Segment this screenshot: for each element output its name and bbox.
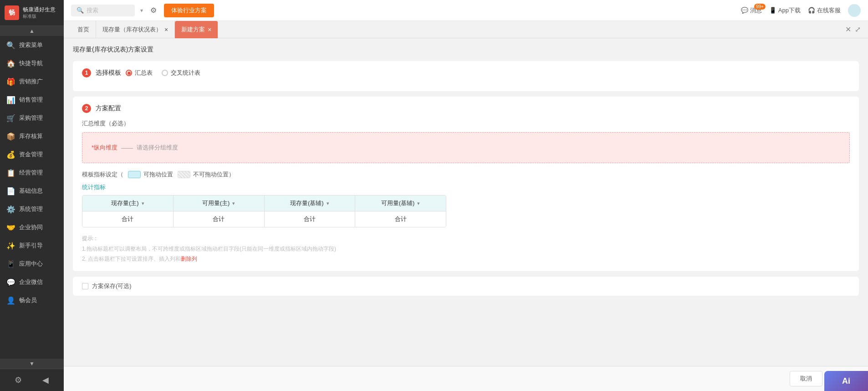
tabbar: 首页 现存量（库存状况表） × 新建方案 × ✕ ⤢: [64, 21, 868, 38]
stats-col-body-0: 合计: [82, 211, 174, 227]
topbar-search[interactable]: 🔍 搜索: [71, 5, 135, 16]
sidebar-item-system[interactable]: ⚙️ 系统管理: [0, 200, 64, 218]
stats-col-header-3[interactable]: 可用量(基辅)▾: [355, 196, 446, 211]
purchase-icon: 🛒: [6, 113, 15, 123]
logo-subtitle: 标准版: [23, 13, 56, 20]
tips-section: 提示： 1.拖动标题栏可以调整布局，不可跨维度或指标区域拖动栏目字段(只能在同一…: [82, 235, 850, 264]
draggable-legend: 可拖动位置: [128, 170, 173, 179]
sidebar-item-enterprise[interactable]: 🤝 企业协同: [0, 218, 64, 237]
sidebar-item-purchase[interactable]: 🛒 采购管理: [0, 109, 64, 127]
col-chevron-3[interactable]: ▾: [417, 201, 420, 206]
stats-col-body-1: 合计: [174, 211, 265, 227]
app-download-label: App下载: [778, 6, 801, 15]
stats-table-header: 现存量(主)▾可用量(主)▾现存量(基辅)▾可用量(基辅)▾: [82, 196, 446, 211]
sidebar-scroll-down[interactable]: ▼: [0, 359, 64, 369]
marketing-label: 营销推广: [19, 77, 43, 86]
stats-col-header-0[interactable]: 现存量(主)▾: [82, 196, 174, 211]
topbar: 🔍 搜索 ▾ ⚙ 体验行业方案 💬 消息 99+ 📱 App下载 🎧 在线客服: [64, 0, 868, 21]
step2-title: 方案配置: [96, 104, 121, 113]
col-chevron-2[interactable]: ▾: [327, 201, 329, 206]
stats-col-header-2[interactable]: 现存量(基辅)▾: [265, 196, 356, 211]
wechat-label: 企业微信: [19, 278, 43, 286]
sidebar-logo: 畅 畅康通好生意 标准版: [0, 0, 64, 26]
user-avatar[interactable]: [848, 4, 861, 17]
app-icon: 📱: [769, 7, 776, 14]
col-sub-2: 合计: [304, 215, 316, 223]
save-plan-checkbox[interactable]: [82, 283, 88, 289]
tips-title: 提示：: [82, 235, 850, 242]
stats-label: 统计指标: [82, 183, 850, 191]
dimension-placeholder: 请选择分组维度: [137, 144, 178, 152]
operations-icon: 📋: [6, 168, 15, 177]
sidebar-item-sales[interactable]: 📊 销售管理: [0, 91, 64, 109]
basic-info-icon: 📄: [6, 186, 15, 196]
stats-col-header-1[interactable]: 可用量(主)▾: [174, 196, 265, 211]
save-plan-checkbox-row[interactable]: 方案保存(可选): [82, 282, 850, 290]
app-center-icon: 📱: [6, 259, 15, 268]
col-sub-3: 合计: [395, 215, 407, 223]
sidebar-item-inventory[interactable]: 📦 库存核算: [0, 127, 64, 145]
sidebar-item-quick-nav[interactable]: 🏠 快捷导航: [0, 54, 64, 72]
logo-title: 畅康通好生意: [23, 6, 56, 14]
app-download-item[interactable]: 📱 App下载: [769, 6, 801, 15]
radio-summary-label: 汇总表: [135, 69, 153, 77]
indicator-setting-row: 模板指标设定（ 可拖动位置 不可拖动位置）: [82, 170, 850, 179]
close-window-icon[interactable]: ✕: [845, 25, 851, 34]
col-label-2: 现存量(基辅): [290, 199, 324, 207]
tab-home[interactable]: 首页: [71, 21, 96, 38]
sidebar-item-guide[interactable]: ✨ 新手引导: [0, 237, 64, 255]
bottom-action-bar: 取消 查询: [64, 366, 868, 391]
tab-inventory-close-icon[interactable]: ×: [164, 26, 168, 33]
tab-inventory-label: 现存量（库存状况表）: [102, 26, 162, 34]
messages-item[interactable]: 💬 消息 99+: [741, 6, 762, 15]
cancel-button[interactable]: 取消: [790, 371, 822, 386]
sidebar-item-member[interactable]: 👤 畅会员: [0, 291, 64, 309]
nodrag-legend: 不可拖动位置）: [178, 170, 235, 179]
customer-service-item[interactable]: 🎧 在线客服: [808, 6, 841, 15]
sidebar-item-marketing[interactable]: 🎁 营销推广: [0, 72, 64, 91]
sales-label: 销售管理: [19, 96, 43, 104]
sidebar-item-wechat[interactable]: 💬 企业微信: [0, 273, 64, 291]
page-title: 现存量(库存状况表)方案设置: [73, 46, 859, 54]
sales-icon: 📊: [6, 95, 15, 104]
radio-cross[interactable]: 交叉统计表: [162, 69, 200, 77]
tab-new-plan[interactable]: 新建方案 ×: [175, 21, 218, 38]
ai-fab-button[interactable]: Ai: [824, 371, 868, 391]
ai-fab-label: Ai: [842, 376, 850, 386]
search-menu-label: 搜索菜单: [19, 41, 43, 49]
sidebar-bottom: ⚙ ◀: [0, 369, 64, 391]
draggable-label: 可拖动位置: [143, 170, 173, 179]
search-icon: 🔍: [77, 7, 84, 14]
sidebar-item-operations[interactable]: 📋 经营管理: [0, 164, 64, 182]
stats-table: 现存量(主)▾可用量(主)▾现存量(基辅)▾可用量(基辅)▾ 合计合计合计合计: [82, 195, 446, 227]
settings-bottom-icon[interactable]: ⚙: [12, 374, 25, 386]
expand-window-icon[interactable]: ⤢: [855, 25, 861, 34]
tab-inventory-status[interactable]: 现存量（库存状况表） ×: [96, 21, 175, 38]
col-chevron-0[interactable]: ▾: [142, 201, 144, 206]
guide-icon: ✨: [6, 241, 15, 250]
finance-icon: 💰: [6, 150, 15, 159]
sidebar-item-basic-info[interactable]: 📄 基础信息: [0, 182, 64, 200]
quick-nav-label: 快捷导航: [19, 59, 43, 67]
sidebar-item-finance[interactable]: 💰 资金管理: [0, 145, 64, 164]
wechat-icon: 💬: [6, 278, 15, 287]
sidebar-item-app-center[interactable]: 📱 应用中心: [0, 255, 64, 273]
step2-header: 2 方案配置: [82, 104, 850, 113]
col-chevron-1[interactable]: ▾: [232, 201, 235, 206]
topbar-gear-icon[interactable]: ⚙: [150, 6, 157, 15]
radio-cross-label: 交叉统计表: [171, 69, 200, 77]
inventory-icon: 📦: [6, 132, 15, 141]
step1-header: 1 选择模板 汇总表 交叉统计表: [82, 68, 850, 77]
topbar-right: 💬 消息 99+ 📱 App下载 🎧 在线客服: [741, 4, 861, 17]
dimension-box[interactable]: *纵向维度 —— 请选择分组维度: [82, 132, 850, 163]
toggle-bottom-icon[interactable]: ◀: [39, 374, 52, 386]
radio-summary[interactable]: 汇总表: [126, 69, 153, 77]
save-plan-label: 方案保存(可选): [92, 282, 132, 290]
col-label-1: 可用量(主): [202, 199, 230, 207]
experience-button[interactable]: 体验行业方案: [164, 4, 214, 17]
sidebar-item-search-menu[interactable]: 🔍 搜索菜单: [0, 36, 64, 54]
tab-new-plan-close-icon[interactable]: ×: [208, 26, 211, 33]
sidebar-scroll-up[interactable]: ▲: [0, 26, 64, 36]
topbar-chevron-icon[interactable]: ▾: [140, 7, 143, 14]
nodrag-legend-box: [178, 171, 190, 178]
